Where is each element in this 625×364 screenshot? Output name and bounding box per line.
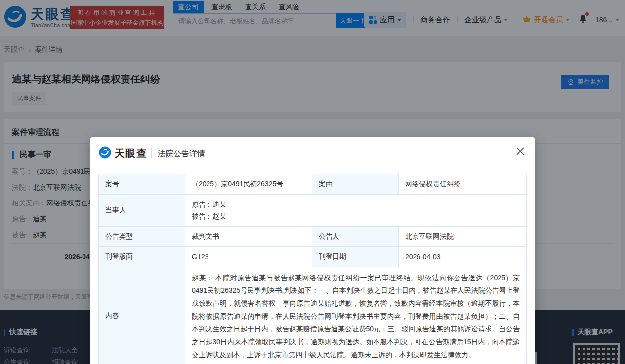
page-label: 刊登版面 bbox=[99, 247, 185, 267]
pub-date-value: 2026-04-03 bbox=[399, 247, 527, 267]
plaintiff-line: 原告：迪某 bbox=[192, 199, 520, 210]
table-row: 刊登版面 G123 刊登日期 2026-04-03 bbox=[99, 247, 527, 267]
table-row: 公告类型 裁判文书 公告人 北京互联网法院 bbox=[99, 227, 527, 247]
defendant-line: 被告：赵某 bbox=[192, 210, 520, 222]
modal-logo-name: 天眼查 bbox=[115, 147, 147, 160]
page-value: G123 bbox=[185, 247, 312, 267]
cause-value: 网络侵权责任纠纷 bbox=[399, 174, 527, 195]
announcer-value: 北京互联网法院 bbox=[399, 227, 527, 247]
table-row: 案号 （2025）京0491民初26325号 案由 网络侵权责任纠纷 bbox=[99, 174, 527, 195]
close-button[interactable] bbox=[514, 145, 527, 158]
table-row: 当事人 原告：迪某 被告：赵某 bbox=[99, 195, 527, 227]
cause-label: 案由 bbox=[312, 174, 399, 195]
modal-header: 天眼查 法院公告详情 bbox=[90, 137, 535, 168]
case-no-label: 案号 bbox=[99, 174, 185, 195]
close-icon bbox=[515, 146, 526, 157]
announcement-table: 案号 （2025）京0491民初26325号 案由 网络侵权责任纠纷 当事人 原… bbox=[98, 174, 527, 364]
table-row: 内容 赵某： 本院对原告迪某与被告赵某网络侵权责任纠纷一案已审理终结。现依法向你… bbox=[99, 267, 527, 364]
tianyancha-logo-icon bbox=[99, 146, 111, 161]
content-label: 内容 bbox=[99, 267, 185, 364]
type-value: 裁判文书 bbox=[185, 227, 312, 247]
modal-logo: 天眼查 bbox=[99, 146, 147, 161]
pub-date-label: 刊登日期 bbox=[312, 247, 399, 267]
page: 天眼查 TianYanCha.com 都在用的商业查询工具 国家中小企业发展子基… bbox=[0, 0, 625, 364]
type-label: 公告类型 bbox=[99, 227, 185, 247]
content-value: 赵某： 本院对原告迪某与被告赵某网络侵权责任纠纷一案已审理终结。现依法向你公告送… bbox=[185, 267, 527, 364]
parties-value: 原告：迪某 被告：赵某 bbox=[185, 195, 527, 227]
court-announcement-modal: 天眼查 法院公告详情 案号 （2025）京0491民初26325号 案由 网络侵… bbox=[90, 137, 535, 364]
announcer-label: 公告人 bbox=[312, 227, 399, 247]
modal-title: 法院公告详情 bbox=[158, 149, 205, 159]
divider bbox=[151, 148, 152, 158]
case-no-value: （2025）京0491民初26325号 bbox=[185, 174, 312, 195]
parties-label: 当事人 bbox=[99, 195, 185, 227]
